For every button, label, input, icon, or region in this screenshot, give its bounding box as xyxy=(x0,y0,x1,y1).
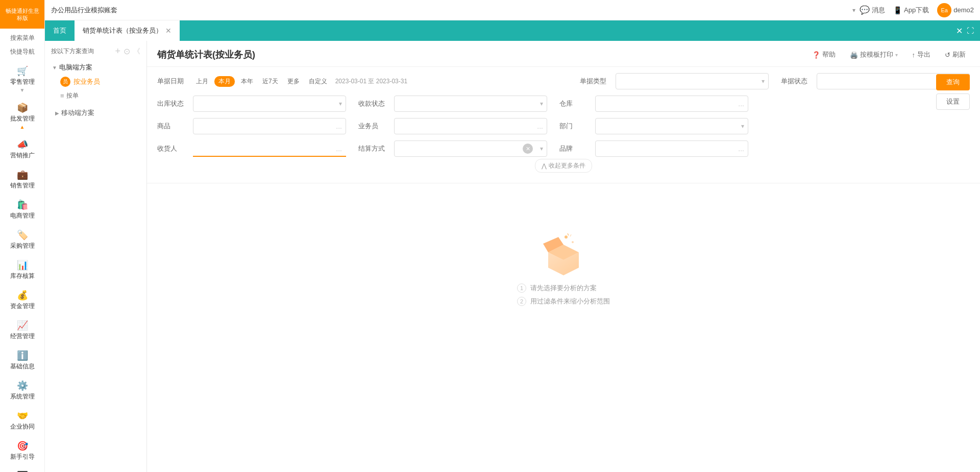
download-icon: 📱 xyxy=(893,6,902,14)
warehouse-input[interactable] xyxy=(595,96,748,112)
goods-input[interactable] xyxy=(193,118,346,134)
tab-sales-stat[interactable]: 销货单统计表（按业务员） ✕ xyxy=(75,20,180,41)
date-last-7days[interactable]: 近7天 xyxy=(259,76,281,87)
inventory-icon: 📊 xyxy=(17,259,28,271)
desktop-scheme-title[interactable]: ▼ 电脑端方案 xyxy=(49,61,142,74)
logo-text: 畅捷通好生意 标版 xyxy=(6,7,39,22)
empty-state: 1 请先选择要分析的方案 2 用过滤条件来缩小分析范围 xyxy=(147,183,980,347)
order-scheme-icon: ≡ xyxy=(60,92,64,100)
sidebar-item-basic[interactable]: ℹ️ 基础信息 xyxy=(0,345,44,375)
date-more[interactable]: 更多 xyxy=(284,76,303,87)
mobile-scheme-group: ▶ 移动端方案 xyxy=(45,106,146,120)
warehouse-dots-icon[interactable]: ... xyxy=(738,100,744,108)
print-btn[interactable]: 🖨️ 按模板打印 ▾ xyxy=(846,48,902,61)
collapse-filters-btn[interactable]: ⋀ 收起更多条件 xyxy=(535,159,592,173)
date-this-year[interactable]: 本年 xyxy=(238,76,256,87)
scheme-item-by-salesperson[interactable]: 员 按业务员 xyxy=(49,74,142,89)
sidebar-item-enterprise[interactable]: 🤝 企业协同 xyxy=(0,405,44,435)
page-title: 销货单统计表(按业务员) xyxy=(157,49,255,61)
receiver-input[interactable] xyxy=(193,140,346,157)
svg-point-4 xyxy=(572,241,574,243)
sidebar-item-appstore[interactable]: 🔲 应用中心 xyxy=(0,465,44,472)
message-icon: 💬 xyxy=(860,5,870,15)
warehouse-label: 仓库 xyxy=(559,99,595,108)
sidebar-item-label: 营销推广 xyxy=(10,151,35,160)
date-this-month[interactable]: 本月 xyxy=(214,76,235,87)
query-button[interactable]: 查询 xyxy=(936,74,970,90)
user-profile[interactable]: Ea demo2 xyxy=(937,3,974,17)
add-scheme-btn[interactable]: + xyxy=(115,46,120,57)
tab-close-icon[interactable]: ✕ xyxy=(165,27,172,34)
scheme-item-by-order[interactable]: ≡ 按单 xyxy=(49,89,142,102)
sidebar-item-label: 经营管理 xyxy=(10,332,35,341)
warehouse-input-wrap: ... xyxy=(595,96,748,112)
sidebar-item-marketing[interactable]: 📣 营销推广 xyxy=(0,134,44,164)
payment-status-label: 收款状态 xyxy=(358,99,394,108)
help-btn[interactable]: ❓ 帮助 xyxy=(808,48,840,61)
export-btn[interactable]: ↑ 导出 xyxy=(908,48,935,61)
out-status-label: 出库状态 xyxy=(157,99,193,108)
receiver-dots-icon[interactable]: ... xyxy=(336,145,342,153)
sidebar-item-label: 企业协同 xyxy=(10,422,35,431)
page-header-actions: ❓ 帮助 🖨️ 按模板打印 ▾ ↑ 导出 ↺ 刷新 xyxy=(808,48,970,61)
brand-input-wrap: ... xyxy=(595,140,748,157)
sidebar-item-inventory[interactable]: 📊 库存核算 xyxy=(0,254,44,285)
setting-button[interactable]: 设置 xyxy=(936,93,970,110)
settings-scheme-btn[interactable]: ⊙ xyxy=(124,46,130,56)
goods-input-wrap: ... xyxy=(193,118,346,134)
left-panel: 按以下方案查询 + ⊙ 《 ▼ 电脑端方案 员 按业务员 ≡ 按 xyxy=(45,41,147,472)
sidebar-item-operation[interactable]: 📈 经营管理 xyxy=(0,315,44,345)
dept-input[interactable] xyxy=(595,118,748,134)
mobile-arrow-icon: ▶ xyxy=(55,110,59,116)
close-window-icon[interactable]: ✕ xyxy=(956,26,963,36)
topbar-dropdown-arrow[interactable]: ▾ xyxy=(852,7,855,14)
refresh-btn[interactable]: ↺ 刷新 xyxy=(941,48,970,61)
sidebar-item-purchase[interactable]: 🏷️ 采购管理 xyxy=(0,224,44,254)
brand-dots-icon[interactable]: ... xyxy=(738,145,744,153)
sales-icon: 💼 xyxy=(17,169,28,180)
sidebar-item-system[interactable]: ⚙️ 系统管理 xyxy=(0,375,44,405)
app-download-btn[interactable]: 📱 App下载 xyxy=(893,6,929,15)
tab-home[interactable]: 首页 xyxy=(45,20,75,41)
printer-icon: 🖨️ xyxy=(850,51,858,59)
dept-input-wrap: ▾ xyxy=(595,118,748,134)
print-arrow-icon: ▾ xyxy=(895,52,898,58)
date-last-month[interactable]: 上月 xyxy=(193,76,211,87)
sidebar-item-ecommerce[interactable]: 🛍️ 电商管理 xyxy=(0,194,44,224)
sidebar-item-finance[interactable]: 💰 资金管理 xyxy=(0,285,44,315)
mobile-scheme-label: 移动端方案 xyxy=(61,108,94,117)
messages-btn[interactable]: 💬 消息 xyxy=(860,5,885,15)
sidebar-item-label: 资金管理 xyxy=(10,302,35,311)
brand-input[interactable] xyxy=(595,140,748,157)
goods-dots-icon[interactable]: ... xyxy=(336,122,342,130)
payment-status-input[interactable] xyxy=(394,96,547,112)
collapse-row: ⋀ 收起更多条件 xyxy=(157,157,970,177)
sidebar-quick-nav[interactable]: 快捷导航 xyxy=(0,44,44,58)
sidebar-item-wholesale[interactable]: 📦 批发管理 ▲ xyxy=(0,97,44,134)
payment-status-input-wrap: ▾ xyxy=(394,96,547,112)
date-range-text: 2023-03-01 至 2023-03-31 xyxy=(335,77,407,86)
empty-tips: 1 请先选择要分析的方案 2 用过滤条件来缩小分析范围 xyxy=(517,284,610,306)
settle-clear-btn[interactable]: ✕ xyxy=(523,144,533,154)
left-panel-title: 按以下方案查询 xyxy=(51,47,94,56)
doc-type-input[interactable] xyxy=(616,73,769,89)
salesperson-dots-icon[interactable]: ... xyxy=(537,122,543,130)
ecommerce-icon: 🛍️ xyxy=(17,199,28,210)
desktop-scheme-group: ▼ 电脑端方案 员 按业务员 ≡ 按单 xyxy=(45,61,146,102)
collapse-panel-btn[interactable]: 《 xyxy=(133,47,140,56)
system-icon: ⚙️ xyxy=(17,380,28,391)
sidebar-search[interactable]: 搜索菜单 xyxy=(0,29,44,44)
out-status-arrow-icon: ▾ xyxy=(339,100,342,107)
doc-status-label: 单据状态 xyxy=(781,77,817,86)
out-status-input[interactable] xyxy=(193,96,346,112)
salesperson-input[interactable] xyxy=(394,118,547,134)
maximize-window-icon[interactable]: ⛶ xyxy=(967,27,974,35)
mobile-scheme-title[interactable]: ▶ 移动端方案 xyxy=(49,106,142,120)
sidebar-item-label: 电商管理 xyxy=(10,211,35,220)
sidebar-item-retail[interactable]: 🛒 零售管理 ▼ xyxy=(0,60,44,97)
sidebar-item-sales[interactable]: 💼 销售管理 xyxy=(0,164,44,194)
date-custom[interactable]: 自定义 xyxy=(306,76,330,87)
right-content: 销货单统计表(按业务员) ❓ 帮助 🖨️ 按模板打印 ▾ ↑ 导出 xyxy=(147,41,980,472)
sidebar-item-newbie[interactable]: 🎯 新手引导 xyxy=(0,435,44,465)
empty-tip-1: 1 请先选择要分析的方案 xyxy=(517,284,610,293)
